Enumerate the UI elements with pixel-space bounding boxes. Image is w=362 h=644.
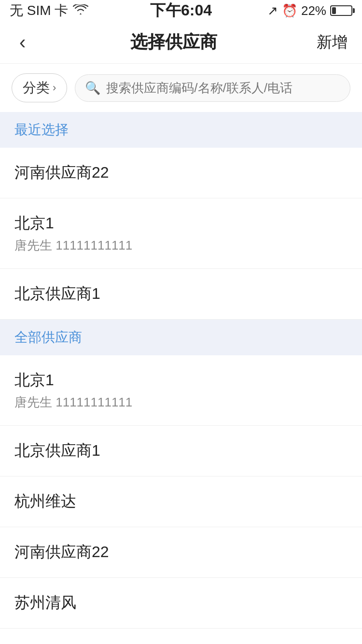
list-item[interactable]: 杭州维达 (0, 476, 362, 527)
list-item[interactable]: 北京供应商1 (0, 269, 362, 320)
search-icon: 🔍 (85, 81, 100, 96)
status-right: ↗ ⏰ 22% (267, 3, 352, 18)
section-header-all: 全部供应商 (0, 320, 362, 355)
list-item[interactable]: 苏州清风 (0, 578, 362, 629)
list-item[interactable]: 北京1唐先生 11111111111 (0, 198, 362, 269)
list-item[interactable]: 河南供应商22 (0, 148, 362, 198)
location-icon: ↗ (267, 3, 278, 18)
item-detail: 唐先生 11111111111 (14, 394, 348, 411)
supplier-list: 最近选择河南供应商22北京1唐先生 11111111111北京供应商1全部供应商… (0, 112, 362, 629)
filter-bar: 分类 › 🔍 (0, 64, 362, 112)
alarm-icon: ⏰ (282, 3, 297, 18)
section-header-recent: 最近选择 (0, 112, 362, 148)
item-name: 河南供应商22 (14, 542, 348, 563)
item-detail: 唐先生 11111111111 (14, 237, 348, 254)
search-input[interactable] (106, 81, 340, 96)
back-button[interactable]: ‹ (14, 27, 30, 58)
battery-icon (330, 5, 352, 16)
page-title: 选择供应商 (130, 30, 217, 54)
add-button[interactable]: 新增 (317, 32, 348, 53)
item-name: 北京1 (14, 370, 348, 391)
status-bar: 无 SIM 卡 下午6:04 ↗ ⏰ 22% (0, 0, 362, 21)
item-name: 北京1 (14, 213, 348, 234)
list-item[interactable]: 北京供应商1 (0, 426, 362, 476)
list-item[interactable]: 北京1唐先生 11111111111 (0, 355, 362, 426)
category-button[interactable]: 分类 › (12, 73, 67, 102)
wifi-icon (73, 3, 88, 18)
list-item[interactable]: 河南供应商22 (0, 527, 362, 578)
nav-bar: ‹ 选择供应商 新增 (0, 21, 362, 64)
category-label: 分类 (23, 79, 50, 97)
status-left: 无 SIM 卡 (10, 1, 88, 20)
no-sim-text: 无 SIM 卡 (10, 1, 68, 20)
item-name: 河南供应商22 (14, 162, 348, 183)
chevron-icon: › (53, 82, 56, 94)
item-name: 杭州维达 (14, 491, 348, 512)
item-name: 北京供应商1 (14, 283, 348, 305)
search-box[interactable]: 🔍 (75, 74, 350, 102)
item-name: 苏州清风 (14, 592, 348, 614)
battery-percent: 22% (301, 3, 326, 18)
status-time: 下午6:04 (150, 0, 212, 21)
item-name: 北京供应商1 (14, 440, 348, 462)
